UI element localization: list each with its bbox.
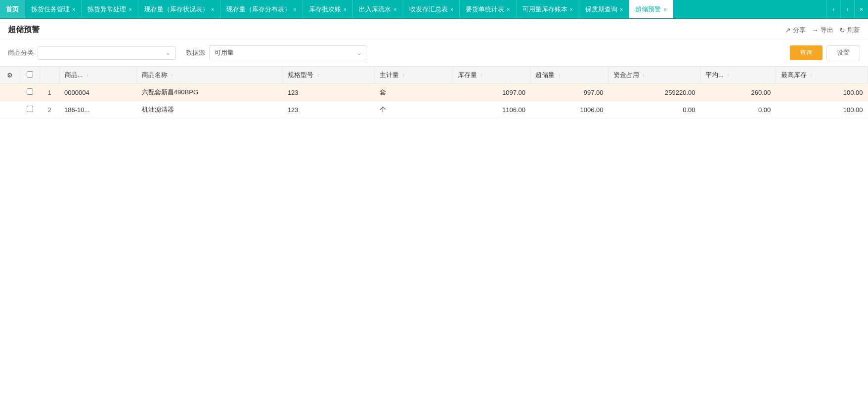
refresh-label: 刷新 (847, 26, 860, 35)
nav-item-order-stats[interactable]: 要货单统计表 × (460, 0, 516, 18)
settings-button[interactable]: 设置 (826, 45, 860, 60)
row-checkbox-cell (20, 84, 40, 101)
nav-item-close-exception[interactable]: × (129, 6, 131, 12)
th-spec-sort-icon: ↕ (317, 73, 319, 78)
table-row: 2186-10...机油滤清器123个1106.001006.000.000.0… (0, 101, 868, 118)
nav-item-close-overstock-warning[interactable]: × (663, 6, 666, 12)
refresh-button[interactable]: ↻ 刷新 (839, 26, 860, 35)
category-label: 商品分类 (8, 48, 34, 57)
datasource-filter: 数据源 可用量 ⌄ (186, 45, 367, 60)
row-checkbox[interactable] (27, 88, 33, 95)
nav-next-button[interactable]: › (840, 0, 854, 19)
share-button[interactable]: ↗ 分享 (785, 26, 806, 35)
nav-item-close-order-stats[interactable]: × (507, 6, 510, 12)
row-capital: 259220.00 (608, 84, 700, 101)
category-select[interactable]: ⌄ (38, 46, 176, 60)
nav-item-label-overstock-warning: 超储预警 (635, 5, 661, 14)
th-spec[interactable]: 规格型号 ↕ (283, 67, 375, 84)
export-button[interactable]: → 导出 (812, 26, 833, 35)
nav-item-close-task-mgmt[interactable]: × (72, 6, 75, 12)
nav-item-close-inout-flow[interactable]: × (393, 6, 396, 12)
row-gear-cell (0, 101, 20, 118)
row-capital: 0.00 (608, 101, 700, 118)
query-button[interactable]: 查询 (790, 45, 823, 60)
row-spec: 123 (283, 84, 375, 101)
th-overstock-label: 超储量 (535, 71, 555, 79)
share-icon: ↗ (785, 26, 791, 34)
row-checkbox-cell (20, 101, 40, 118)
th-unit-sort-icon: ↕ (402, 73, 405, 78)
th-capital-label: 资金占用 (613, 71, 639, 79)
nav-item-label-home: 首页 (6, 5, 19, 14)
row-max-stock: 100.00 (776, 101, 868, 118)
nav-item-label-batch-account: 库存批次账 (309, 5, 341, 14)
nav-item-quality-check[interactable]: 保质期查询 × (579, 0, 629, 18)
row-checkbox[interactable] (27, 106, 33, 112)
row-overstock: 997.00 (530, 84, 608, 101)
row-product-name: 六配套新昌490BPG (137, 84, 283, 101)
th-product-code[interactable]: 商品... ↕ (59, 67, 137, 84)
nav-item-close-available-account[interactable]: × (570, 6, 573, 12)
nav-item-exception[interactable]: 拣货异常处理 × (82, 0, 138, 18)
row-gear-cell (0, 84, 20, 101)
nav-item-label-exception: 拣货异常处理 (87, 5, 126, 14)
nav-item-overstock-warning[interactable]: 超储预警 × (629, 0, 673, 18)
select-all-checkbox[interactable] (27, 71, 33, 78)
page-header: 超储预警 ↗ 分享 → 导出 ↻ 刷新 (0, 19, 868, 40)
top-navigation: 首页拣货任务管理 ×拣货异常处理 ×现存量（库存状况表） ×现存量（库存分布表）… (0, 0, 868, 19)
datasource-select[interactable]: 可用量 ⌄ (209, 45, 367, 60)
nav-item-collect-summary[interactable]: 收发存汇总表 × (403, 0, 460, 18)
row-index: 1 (40, 84, 59, 101)
nav-item-inventory-dist[interactable]: 现存量（库存分布表） × (220, 0, 303, 18)
th-stock[interactable]: 库存量 ↕ (452, 67, 530, 84)
row-unit: 套 (375, 84, 453, 101)
export-label: 导出 (821, 26, 833, 35)
page-container: 超储预警 ↗ 分享 → 导出 ↻ 刷新 商品分类 ⌄ 数据源 (0, 19, 868, 395)
table-header-row: ⚙ 商品... ↕ 商品名称 ↕ 规格型号 (0, 67, 868, 84)
nav-prev-button[interactable]: ‹ (826, 0, 840, 19)
nav-item-label-inout-flow: 出入库流水 (359, 5, 391, 14)
page-title: 超储预警 (8, 25, 40, 35)
th-capital[interactable]: 资金占用 ↕ (608, 67, 700, 84)
nav-item-close-inventory-dist[interactable]: × (293, 6, 296, 12)
nav-item-task-mgmt[interactable]: 拣货任务管理 × (25, 0, 82, 18)
th-unit[interactable]: 主计量 ↕ (375, 67, 453, 84)
share-label: 分享 (793, 26, 806, 35)
nav-item-available-account[interactable]: 可用量库存账本 × (517, 0, 579, 18)
nav-item-label-task-mgmt: 拣货任务管理 (31, 5, 70, 14)
nav-item-label-available-account: 可用量库存账本 (522, 5, 567, 14)
th-gear[interactable]: ⚙ (0, 67, 20, 84)
export-icon: → (812, 26, 819, 34)
th-overstock[interactable]: 超储量 ↕ (530, 67, 608, 84)
row-unit: 个 (375, 101, 453, 118)
nav-arrows: ‹ › × (826, 0, 868, 19)
th-max-stock-sort-icon: ↕ (810, 73, 812, 78)
row-spec: 123 (283, 101, 375, 118)
nav-item-inout-flow[interactable]: 出入库流水 × (353, 0, 403, 18)
nav-item-close-collect-summary[interactable]: × (450, 6, 453, 12)
datasource-label: 数据源 (186, 48, 205, 57)
nav-item-batch-account[interactable]: 库存批次账 × (303, 0, 353, 18)
data-table: ⚙ 商品... ↕ 商品名称 ↕ 规格型号 (0, 66, 868, 118)
th-product-name-label: 商品名称 (142, 71, 168, 79)
nav-item-home[interactable]: 首页 (0, 0, 25, 18)
nav-item-close-quality-check[interactable]: × (620, 6, 623, 12)
row-product-name: 机油滤清器 (137, 101, 283, 118)
datasource-chevron-icon: ⌄ (357, 49, 362, 56)
row-stock: 1097.00 (452, 84, 530, 101)
th-checkbox (20, 67, 40, 84)
th-max-stock[interactable]: 最高库存 ↕ (776, 67, 868, 84)
nav-close-button[interactable]: × (854, 0, 868, 19)
row-stock: 1106.00 (452, 101, 530, 118)
nav-item-close-inventory-status[interactable]: × (211, 6, 214, 12)
filter-buttons: 查询 设置 (790, 45, 860, 60)
th-overstock-sort-icon: ↕ (558, 73, 561, 78)
nav-item-close-batch-account[interactable]: × (344, 6, 347, 12)
nav-item-inventory-status[interactable]: 现存量（库存状况表） × (138, 0, 220, 18)
filter-area: 商品分类 ⌄ 数据源 可用量 ⌄ 查询 设置 (0, 40, 868, 66)
th-capital-sort-icon: ↕ (643, 73, 645, 78)
nav-item-label-quality-check: 保质期查询 (585, 5, 617, 14)
th-product-name[interactable]: 商品名称 ↕ (137, 67, 283, 84)
th-avg[interactable]: 平均... ↕ (700, 67, 776, 84)
row-max-stock: 100.00 (776, 84, 868, 101)
